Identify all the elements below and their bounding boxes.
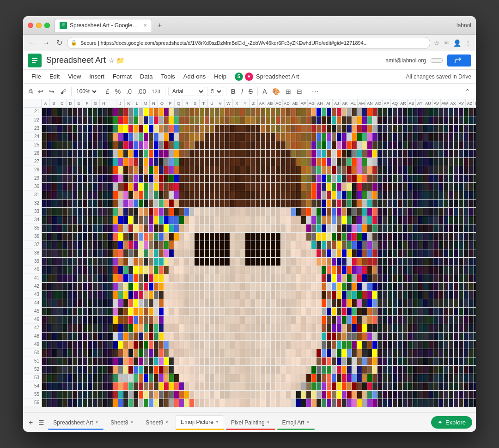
col-header-AY[interactable]: AY [457,99,466,107]
add-sheet-button[interactable]: + [27,418,35,428]
col-header-BA[interactable]: BA [474,99,476,107]
zoom-selector[interactable]: 100% 75% 50% [74,88,98,95]
sheet-tab-dropdown-icon[interactable]: ▼ [130,420,134,424]
col-header-T[interactable]: T [200,99,208,107]
col-header-AK[interactable]: AK [341,99,349,107]
bold-btn[interactable]: B [229,87,237,96]
increase-decimal-btn[interactable]: .00 [135,87,148,96]
col-header-W[interactable]: W [225,99,233,107]
col-header-AX[interactable]: AX [449,99,457,107]
comments-button[interactable] [431,58,443,63]
sheet-tab-dropdown-icon[interactable]: ▼ [165,420,169,424]
horizontal-scrollbar[interactable] [23,407,476,412]
menu-insert[interactable]: Insert [85,72,108,81]
redo-icon[interactable]: ↪ [47,87,56,96]
col-header-AO[interactable]: AO [374,99,383,107]
col-header-H[interactable]: H [100,99,108,107]
col-header-G[interactable]: G [91,99,100,107]
url-bar[interactable]: 🔒 Secure | https://docs.google.com/sprea… [67,37,430,49]
col-header-AC[interactable]: AC [274,99,283,107]
collapse-btn[interactable]: ⌃ [463,87,472,96]
currency-btn[interactable]: £ [104,87,111,96]
browser-tab-active[interactable]: Spreadsheet Art - Google She... × [55,19,152,32]
text-color-btn[interactable]: A [261,87,268,96]
folder-icon[interactable]: 📁 [116,57,124,64]
col-header-J[interactable]: J [116,99,125,107]
col-header-R[interactable]: R [183,99,191,107]
col-header-AA[interactable]: AA [258,99,266,107]
col-header-L[interactable]: L [133,99,141,107]
new-tab-button[interactable]: + [154,19,165,31]
col-header-AU[interactable]: AU [424,99,432,107]
col-header-AR[interactable]: AR [399,99,408,107]
col-header-AT[interactable]: AT [416,99,424,107]
col-header-I[interactable]: I [108,99,116,107]
col-header-E[interactable]: E [75,99,83,107]
col-header-AE[interactable]: AE [291,99,299,107]
col-header-AJ[interactable]: AJ [333,99,341,107]
col-header-O[interactable]: O [158,99,166,107]
col-header-AV[interactable]: AV [432,99,441,107]
col-header-AS[interactable]: AS [408,99,416,107]
forward-button[interactable]: → [41,38,52,48]
col-header-S[interactable]: S [191,99,200,107]
col-header-A[interactable]: A [42,99,50,107]
more-btn[interactable]: ⋯ [310,87,320,96]
col-header-AW[interactable]: AW [441,99,449,107]
col-header-X[interactable]: X [233,99,241,107]
strikethrough-btn[interactable]: S [247,87,255,96]
col-header-AP[interactable]: AP [383,99,391,107]
format-number-btn[interactable]: 123 [150,88,162,95]
sheets-list-button[interactable]: ☰ [37,418,46,427]
col-header-AN[interactable]: AN [366,99,374,107]
menu-addons[interactable]: Add-ons [180,72,209,81]
col-header-AG[interactable]: AG [308,99,316,107]
sheet-tab-sheet8[interactable]: Sheet8 ▼ [105,415,139,430]
menu-data[interactable]: Data [136,72,156,81]
col-header-AI[interactable]: AI [324,99,333,107]
menu-edit[interactable]: Edit [46,72,63,81]
col-header-D[interactable]: D [67,99,75,107]
menu-file[interactable]: File [28,72,45,81]
menu-icon[interactable]: ⋮ [464,38,472,48]
bookmark-icon[interactable]: ☆ [433,38,441,48]
col-header-M[interactable]: M [141,99,150,107]
extension-icon[interactable]: ⚛ [443,38,450,48]
col-header-U[interactable]: U [208,99,216,107]
sheet-tab-dropdown-icon[interactable]: ▼ [215,420,219,424]
sheet-tab-sheet9[interactable]: Sheet9 ▼ [140,415,174,430]
col-header-AB[interactable]: AB [266,99,274,107]
profile-icon[interactable]: 👤 [452,38,462,48]
col-header-F[interactable]: F [83,99,91,107]
share-button[interactable] [447,54,471,67]
col-header-P[interactable]: P [166,99,175,107]
col-header-N[interactable]: N [150,99,158,107]
print-icon[interactable]: ⎙ [27,87,34,96]
paint-format-icon[interactable]: 🖌 [58,87,68,96]
font-size-selector[interactable]: 5 6 8 10 [207,87,223,96]
menu-help[interactable]: Help [210,72,230,81]
col-header-AM[interactable]: AM [358,99,366,107]
col-header-AZ[interactable]: AZ [466,99,474,107]
col-header-AH[interactable]: AH [316,99,324,107]
col-header-B[interactable]: B [50,99,58,107]
decrease-decimal-btn[interactable]: .0 [124,87,134,96]
menu-format[interactable]: Format [109,72,135,81]
col-header-AL[interactable]: AL [349,99,358,107]
sheet-tab-emoji-picture[interactable]: Emoji Picture ▼ [176,415,224,430]
undo-icon[interactable]: ↩ [36,87,45,96]
explore-button[interactable]: ✦ Explore [431,416,472,429]
sheet-tab-dropdown-icon[interactable]: ▼ [267,420,270,424]
fullscreen-button[interactable] [44,23,50,28]
menu-view[interactable]: View [64,72,85,81]
back-button[interactable]: ← [27,38,38,48]
spreadsheet-canvas[interactable] [42,108,476,407]
star-icon[interactable]: ☆ [109,57,115,64]
font-selector[interactable]: Arial [168,87,205,96]
sheet-tab-dropdown-icon[interactable]: ▼ [306,420,310,424]
borders-btn[interactable]: ⊞ [284,87,293,96]
col-header-K[interactable]: K [125,99,133,107]
sheet-tab-emoji-art[interactable]: Emoji Art ▼ [277,415,315,430]
col-header-C[interactable]: C [58,99,67,107]
col-header-V[interactable]: V [216,99,225,107]
